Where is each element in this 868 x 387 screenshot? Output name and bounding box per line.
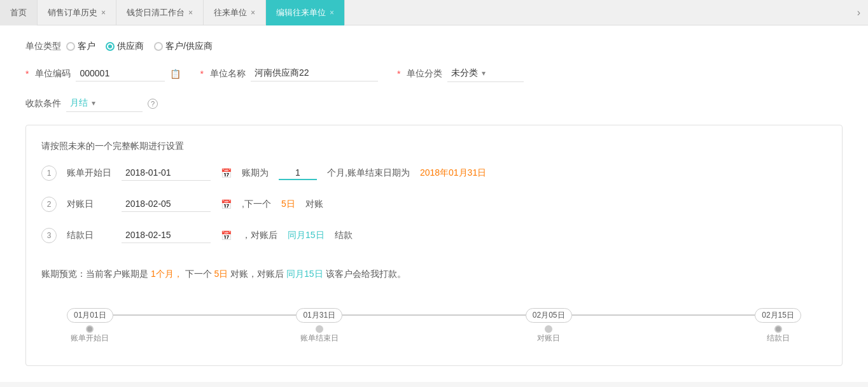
tab-cashflow-workbench[interactable]: 钱货日清工作台 × bbox=[116, 0, 204, 25]
radio-both-label: 客户/供应商 bbox=[165, 41, 213, 52]
tab-cashflow-label: 钱货日清工作台 bbox=[127, 7, 185, 18]
radio-supplier-circle bbox=[106, 42, 115, 51]
tab-home[interactable]: 首页 bbox=[0, 0, 38, 25]
payment-terms-chevron-icon: ▾ bbox=[92, 99, 95, 108]
tab-cashflow-close-icon[interactable]: × bbox=[188, 8, 193, 17]
timeline-label-1: 账单开始日 bbox=[71, 333, 109, 344]
tab-sales-order-history[interactable]: 销售订单历史 × bbox=[38, 0, 116, 25]
radio-both-circle bbox=[154, 42, 163, 51]
step-3-date-input[interactable] bbox=[122, 227, 211, 243]
unit-type-radio-group: 客户 供应商 客户/供应商 bbox=[66, 41, 213, 52]
timeline-node-1: 01月01日 账单开始日 bbox=[67, 308, 113, 344]
radio-supplier-label: 供应商 bbox=[117, 41, 144, 52]
radio-both[interactable]: 客户/供应商 bbox=[154, 41, 213, 52]
step-2-desc-highlight: 5日 bbox=[281, 199, 295, 210]
tab-sales-label: 销售订单历史 bbox=[48, 7, 97, 18]
unit-name-label: 单位名称 bbox=[210, 68, 246, 80]
tab-counterparty-close-icon[interactable]: × bbox=[251, 8, 255, 17]
timeline-label-2: 账单结束日 bbox=[300, 333, 339, 344]
payment-terms-row: 收款条件 月结 ▾ ? bbox=[25, 95, 843, 112]
step-2-desc-prefix: ,下一个 bbox=[242, 199, 271, 210]
preview-prefix: 账期预览：当前客户账期是 bbox=[41, 269, 148, 279]
step-3-row: 3 结款日 📅 ，对账后 同月15日 结款 bbox=[41, 227, 827, 243]
radio-customer[interactable]: 客户 bbox=[66, 41, 95, 52]
tab-edit-counterparty[interactable]: 编辑往来单位 × bbox=[266, 0, 345, 25]
preview-highlight3: 同月15日 bbox=[286, 269, 323, 279]
unit-category-group: * 单位分类 未分类 ▾ bbox=[397, 65, 524, 82]
timeline-badge-2: 01月31日 bbox=[296, 308, 342, 323]
timeline-badge-4: 02月15日 bbox=[755, 308, 801, 323]
unit-code-input[interactable] bbox=[76, 66, 165, 81]
radio-customer-label: 客户 bbox=[78, 41, 95, 52]
tab-edit-counterparty-label: 编辑往来单位 bbox=[276, 7, 326, 18]
unit-type-label: 单位类型 bbox=[25, 41, 61, 52]
step-1-period-prefix: 账期为 bbox=[242, 167, 269, 179]
step-3-num: 3 bbox=[41, 228, 57, 243]
payment-terms-group: 收款条件 月结 ▾ ? bbox=[25, 95, 158, 112]
step-3-label: 结款日 bbox=[67, 230, 111, 241]
timeline-dot-4 bbox=[774, 325, 782, 333]
unit-code-copy-icon[interactable]: 📋 bbox=[170, 69, 181, 79]
payment-terms-select[interactable]: 月结 ▾ bbox=[66, 95, 143, 112]
unit-info-row: * 单位编码 📋 * 单位名称 * 单位分类 未分类 ▾ bbox=[25, 65, 843, 82]
tab-more-button[interactable]: › bbox=[850, 7, 868, 18]
settings-section: 请按照未来的一个完整帐期进行设置 1 账单开始日 📅 账期为 个月,账单结束日期… bbox=[25, 125, 843, 366]
preview-suffix: 该客户会给我打款。 bbox=[326, 269, 406, 279]
preview-highlight1: 1个月， bbox=[151, 269, 183, 279]
unit-name-input[interactable] bbox=[251, 66, 378, 81]
radio-customer-circle bbox=[66, 42, 75, 51]
step-1-row: 1 账单开始日 📅 账期为 个月,账单结束日期为 2018年01月31日 bbox=[41, 165, 827, 181]
unit-name-required: * bbox=[200, 69, 203, 79]
step-2-desc-suffix: 对账 bbox=[305, 199, 323, 210]
timeline: 01月01日 账单开始日 01月31日 账单结束日 02月05日 对账日 02月… bbox=[41, 295, 827, 350]
timeline-label-3: 对账日 bbox=[537, 333, 560, 344]
unit-category-chevron-icon: ▾ bbox=[482, 69, 486, 78]
timeline-dot-2 bbox=[316, 325, 323, 333]
unit-code-required: * bbox=[25, 69, 29, 79]
step-3-desc-prefix: ，对账后 bbox=[242, 230, 277, 241]
tab-bar: 首页 销售订单历史 × 钱货日清工作台 × 往来单位 × 编辑往来单位 × › bbox=[0, 0, 868, 25]
step-1-date-input[interactable] bbox=[122, 165, 211, 181]
main-content: 单位类型 客户 供应商 客户/供应商 * 单位编码 bbox=[0, 25, 868, 382]
unit-category-label: 单位分类 bbox=[407, 68, 442, 80]
timeline-dot-1 bbox=[86, 325, 94, 333]
radio-supplier[interactable]: 供应商 bbox=[106, 41, 144, 52]
timeline-node-4: 02月15日 结款日 bbox=[755, 308, 801, 344]
step-1-period-input[interactable] bbox=[279, 166, 317, 180]
preview-middle: 下一个 bbox=[185, 269, 212, 279]
unit-category-select[interactable]: 未分类 ▾ bbox=[447, 65, 524, 82]
tab-sales-close-icon[interactable]: × bbox=[101, 8, 106, 17]
unit-type-row: 单位类型 客户 供应商 客户/供应商 bbox=[25, 41, 843, 52]
step-2-label: 对账日 bbox=[67, 199, 111, 210]
tab-counterparty[interactable]: 往来单位 × bbox=[204, 0, 266, 25]
unit-code-group: * 单位编码 📋 bbox=[25, 66, 181, 81]
step-1-num: 1 bbox=[41, 165, 57, 181]
timeline-node-3: 02月05日 对账日 bbox=[526, 308, 572, 344]
preview-middle2: 对账，对账后 bbox=[230, 269, 284, 279]
step-2-date-input[interactable] bbox=[122, 196, 211, 212]
step-1-period-end: 2018年01月31日 bbox=[420, 167, 486, 179]
step-1-label: 账单开始日 bbox=[67, 167, 111, 179]
unit-name-group: * 单位名称 bbox=[200, 66, 377, 81]
step-1-period-suffix: 个月,账单结束日期为 bbox=[327, 167, 410, 179]
timeline-badge-3: 02月05日 bbox=[526, 308, 572, 323]
payment-terms-label: 收款条件 bbox=[25, 98, 61, 109]
section-title: 请按照未来的一个完整帐期进行设置 bbox=[41, 141, 827, 152]
payment-terms-value: 月结 bbox=[70, 97, 88, 109]
payment-terms-help-icon[interactable]: ? bbox=[148, 99, 158, 109]
tab-edit-counterparty-close-icon[interactable]: × bbox=[330, 8, 334, 17]
unit-code-label: 单位编码 bbox=[35, 68, 71, 80]
step-2-calendar-icon[interactable]: 📅 bbox=[221, 199, 232, 209]
timeline-nodes: 01月01日 账单开始日 01月31日 账单结束日 02月05日 对账日 02月… bbox=[67, 308, 801, 344]
step-2-row: 2 对账日 📅 ,下一个 5日 对账 bbox=[41, 196, 827, 212]
unit-type-group: 单位类型 客户 供应商 客户/供应商 bbox=[25, 41, 213, 52]
timeline-badge-1: 01月01日 bbox=[67, 308, 113, 323]
timeline-node-2: 01月31日 账单结束日 bbox=[296, 308, 342, 344]
unit-category-value: 未分类 bbox=[451, 67, 478, 79]
step-1-calendar-icon[interactable]: 📅 bbox=[221, 168, 232, 178]
step-2-num: 2 bbox=[41, 197, 57, 212]
tab-counterparty-label: 往来单位 bbox=[214, 7, 247, 18]
step-3-calendar-icon[interactable]: 📅 bbox=[221, 230, 232, 241]
timeline-label-4: 结款日 bbox=[767, 333, 790, 344]
timeline-dot-3 bbox=[545, 325, 552, 333]
